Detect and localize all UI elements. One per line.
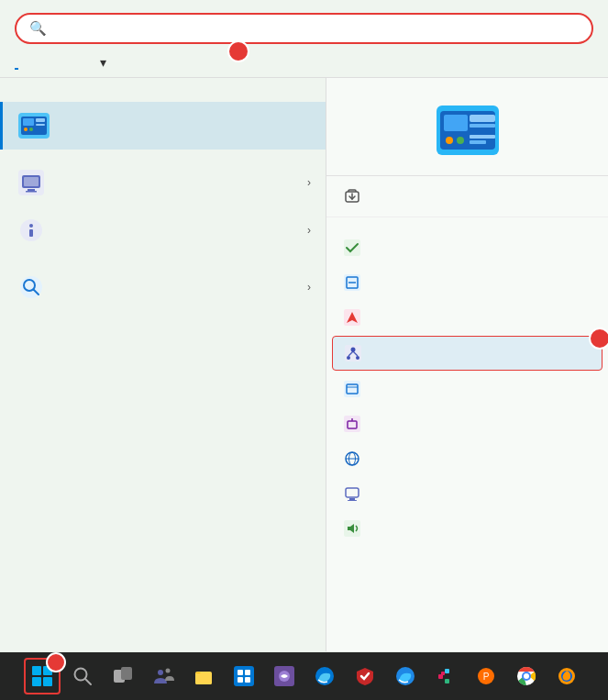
svg-rect-20	[444, 115, 468, 131]
svg-rect-49	[346, 488, 359, 497]
file-explorer-icon	[193, 666, 214, 686]
tab-all[interactable]	[15, 57, 18, 70]
svg-point-24	[457, 137, 464, 144]
recent-device-manager[interactable]	[326, 406, 608, 441]
svg-rect-25	[470, 135, 495, 139]
taskbar-taskview[interactable]	[105, 658, 141, 694]
taskbar-app12[interactable]: P	[468, 658, 504, 694]
chrome-icon	[516, 666, 536, 686]
taskbar-explorer[interactable]	[185, 658, 222, 694]
tab-apps[interactable]	[35, 57, 39, 70]
svg-point-6	[29, 128, 33, 131]
network-sharing-icon	[344, 344, 362, 362]
start-menu: 🔍 ▾	[0, 0, 608, 651]
svg-rect-11	[26, 191, 37, 193]
start-button[interactable]	[24, 658, 61, 694]
right-panel	[326, 78, 608, 651]
control-panel-icon	[17, 109, 50, 142]
taskview-icon	[113, 666, 133, 686]
chevron-down-icon: ▾	[100, 55, 106, 70]
svg-point-5	[24, 128, 28, 131]
taskbar-edge[interactable]	[306, 658, 343, 694]
svg-rect-61	[234, 666, 254, 686]
control-panel-hero-icon	[437, 106, 499, 155]
search-school-item[interactable]: ›	[0, 263, 326, 311]
taskbar-chrome[interactable]	[508, 658, 545, 694]
open-action[interactable]	[326, 176, 608, 217]
taskbar-slack[interactable]	[427, 658, 464, 694]
search-bar-container: 🔍	[0, 0, 608, 44]
tab-more[interactable]: ▾	[95, 50, 108, 77]
best-match-label	[0, 93, 326, 102]
svg-point-36	[347, 356, 350, 360]
search-icon: 🔍	[29, 20, 47, 37]
taskbar-browser-edge[interactable]	[387, 658, 424, 694]
svg-rect-9	[24, 177, 39, 186]
recent-system[interactable]	[326, 476, 608, 511]
recent-allowed-apps[interactable]	[326, 230, 608, 265]
right-hero	[326, 78, 608, 176]
svg-rect-72	[445, 679, 449, 683]
svg-text:P: P	[482, 672, 489, 682]
info-icon	[15, 214, 48, 247]
svg-rect-56	[121, 667, 132, 680]
svg-rect-21	[470, 115, 495, 122]
recent-uninstall[interactable]	[326, 265, 608, 300]
svg-rect-10	[28, 189, 35, 191]
system-recent-icon	[343, 484, 361, 503]
taskbar-search[interactable]	[64, 658, 101, 694]
taskbar-mcafee[interactable]	[347, 658, 383, 694]
svg-point-23	[446, 137, 453, 144]
open-icon	[343, 187, 361, 206]
taskbar: P	[0, 652, 608, 700]
svg-point-37	[356, 356, 359, 360]
windows-tools-icon	[343, 308, 361, 327]
store-icon	[234, 666, 254, 686]
chevron-right-icon: ›	[307, 176, 311, 189]
svg-rect-63	[245, 670, 250, 675]
recent-programs-features[interactable]	[326, 372, 608, 406]
main-content: › ›	[0, 78, 608, 651]
settings-label	[0, 150, 326, 159]
chevron-right-icon-2: ›	[307, 224, 311, 237]
system-icon	[15, 166, 48, 199]
svg-point-35	[351, 348, 356, 352]
settings-system-item[interactable]: ›	[0, 159, 326, 206]
svg-rect-26	[470, 140, 486, 144]
taskbar-firefox[interactable]	[548, 658, 585, 694]
teams-icon	[152, 665, 174, 687]
tab-web[interactable]	[75, 57, 79, 70]
web-search-icon	[15, 271, 48, 304]
svg-rect-50	[349, 498, 355, 500]
programs-features-icon	[343, 380, 361, 398]
svg-point-58	[165, 669, 170, 673]
settings-bitversion-item[interactable]: ›	[0, 206, 326, 254]
svg-rect-43	[344, 416, 360, 432]
svg-rect-14	[29, 229, 33, 237]
svg-point-13	[29, 224, 33, 228]
taskbar-store[interactable]	[226, 658, 262, 694]
taskbar-teams[interactable]	[145, 658, 182, 694]
search-bar[interactable]: 🔍	[15, 13, 593, 44]
search-school-label	[0, 254, 326, 263]
recent-label	[326, 217, 608, 230]
left-panel: › ›	[0, 78, 326, 651]
recent-internet-options[interactable]	[326, 441, 608, 476]
tab-documents[interactable]	[55, 57, 59, 70]
device-manager-icon	[343, 415, 361, 433]
allowed-apps-icon	[343, 239, 361, 257]
svg-rect-71	[445, 669, 449, 673]
internet-options-icon	[343, 450, 361, 468]
best-match-item[interactable]	[0, 102, 326, 150]
annotation-badge-2	[227, 40, 249, 62]
recent-windows-tools[interactable]	[326, 300, 608, 335]
svg-rect-60	[195, 673, 212, 684]
sound-icon	[343, 519, 361, 538]
recent-sound[interactable]	[326, 511, 608, 546]
mcafee-icon	[355, 666, 375, 686]
recent-network-sharing[interactable]	[332, 336, 602, 371]
app6-icon	[274, 666, 294, 686]
taskbar-app6[interactable]	[266, 658, 303, 694]
svg-rect-3	[36, 118, 45, 122]
firefox-icon	[557, 666, 577, 686]
